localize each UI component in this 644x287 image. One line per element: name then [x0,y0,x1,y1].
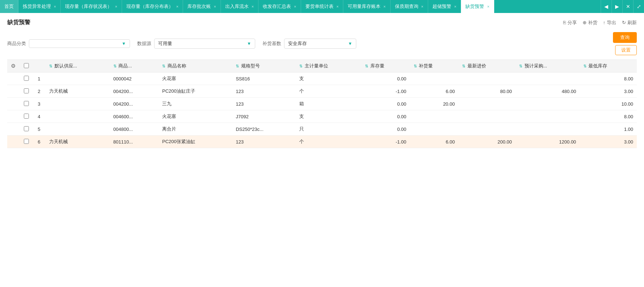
row-checkbox-0[interactable] [24,76,29,81]
replenish-action[interactable]: ⊕ 补货 [583,19,597,26]
cell-checkbox [20,72,32,85]
category-select[interactable]: ▼ [29,39,130,48]
nav-tab-close-1[interactable]: × [54,4,56,9]
nav-tab-label-8: 可用量库存账本 [348,3,380,10]
cell-gear [7,72,20,85]
refresh-label: 刷新 [627,19,637,26]
nav-tab-close-7[interactable]: × [336,4,339,9]
export-label: 导出 [607,19,616,26]
col-spec: ⇅ 规格型号 [232,60,296,72]
col-seq [32,60,45,72]
cell-stock: 0.00 [361,72,410,85]
nav-prev-btn[interactable]: ◀ [601,0,612,13]
nav-tab-5[interactable]: 出入库流水× [221,0,258,13]
nav-close-btn[interactable]: ✕ [622,0,633,13]
row-checkbox-3[interactable] [24,114,29,119]
col-default-supplier: ⇅ 默认供应... [45,60,110,72]
row-checkbox-1[interactable] [24,88,29,93]
replenish-base-filter-group: 补货基数 安全库存 ▼ [262,39,356,49]
cell-estimated: 480.00 [515,85,580,98]
row-checkbox-5[interactable] [24,139,29,144]
col-stock: ⇅ 库存量 [361,60,410,72]
nav-tab-close-10[interactable]: × [454,4,456,9]
cell-seq: 2 [32,85,45,98]
cell-replenish: 6.00 [410,85,458,98]
nav-tab-0[interactable]: 首页 [0,0,18,13]
refresh-icon: ↻ [622,20,626,25]
settings-button[interactable]: 设置 [615,45,637,55]
cell-checkbox [20,110,32,123]
cell-price [458,123,515,136]
replenish-base-arrow: ▼ [348,41,352,46]
table-row: 6力天机械801110...PC200张紧油缸123个-1.006.00200.… [7,136,637,148]
nav-tab-7[interactable]: 要货单统计表× [301,0,343,13]
cell-replenish: 6.00 [410,136,458,148]
cell-minstock: 10.00 [580,98,637,110]
nav-tab-8[interactable]: 可用量库存账本× [343,0,390,13]
nav-tab-2[interactable]: 现存量（库存状况表）× [61,0,122,13]
nav-tabs: 首页拣货异常处理×现存量（库存状况表）×现存量（库存分布表）×库存批次账×出入库… [0,0,494,13]
col-unit: ⇅ 主计量单位 [296,60,361,72]
col-name-label: 商品名称 [167,63,186,69]
cell-supplier [45,72,110,85]
cell-code: 004800... [110,123,158,136]
cell-seq: 5 [32,123,45,136]
cell-estimated: 1200.00 [515,136,580,148]
datasource-select[interactable]: 可用量 ▼ [154,39,255,49]
nav-tab-close-8[interactable]: × [383,4,386,9]
nav-tab-label-5: 出入库流水 [225,3,249,10]
cell-estimated [515,98,580,110]
nav-tab-11[interactable]: 缺货预警× [461,0,494,13]
cell-gear [7,136,20,148]
cell-checkbox [20,136,32,148]
nav-tab-10[interactable]: 超储预警× [428,0,461,13]
cell-minstock: 3.00 [580,85,637,98]
nav-tab-close-5[interactable]: × [252,4,254,9]
cell-name: PC200油缸庄子 [158,85,232,98]
cell-gear [7,123,20,136]
top-nav: 首页拣货异常处理×现存量（库存状况表）×现存量（库存分布表）×库存批次账×出入库… [0,0,644,13]
cell-minstock: 8.00 [580,110,637,123]
nav-tab-close-11[interactable]: × [487,4,489,9]
cell-name: 火花塞 [158,110,232,123]
row-checkbox-2[interactable] [24,101,29,106]
nav-tab-3[interactable]: 现存量（库存分布表）× [122,0,183,13]
row-checkbox-4[interactable] [24,126,29,131]
cell-code: 004200... [110,98,158,110]
sort-icon-unit: ⇅ [299,64,303,68]
data-table: ⚙ ⇅ 默认供应... ⇅ 商品... ⇅ 商品名称 [7,59,637,148]
nav-tab-close-2[interactable]: × [115,4,117,9]
refresh-action[interactable]: ↻ 刷新 [622,19,637,26]
nav-tab-close-4[interactable]: × [214,4,216,9]
col-latest-price: ⇅ 最新进价 [458,60,515,72]
export-action[interactable]: ↑ 导出 [603,19,617,26]
col-stock-label: 库存量 [370,63,384,69]
cell-unit: 支 [296,110,361,123]
nav-tab-close-9[interactable]: × [421,4,423,9]
gear-button[interactable]: ⚙ [11,63,16,69]
col-minstock-label: 最低库存 [588,63,607,69]
select-all-checkbox[interactable] [24,63,29,68]
nav-tab-close-6[interactable]: × [294,4,296,9]
cell-spec: SS816 [232,72,296,85]
nav-tab-1[interactable]: 拣货异常处理× [18,0,61,13]
cell-stock: 0.00 [361,110,410,123]
nav-tab-label-0: 首页 [4,3,14,10]
nav-tab-4[interactable]: 库存批次账× [183,0,221,13]
nav-tab-6[interactable]: 收发存汇总表× [258,0,301,13]
nav-tab-9[interactable]: 保质期查询× [391,0,428,13]
cell-supplier [45,98,110,110]
nav-tab-label-3: 现存量（库存分布表） [126,3,173,10]
share-action[interactable]: ⎘ 分享 [563,19,577,26]
nav-tab-close-3[interactable]: × [176,4,178,9]
sort-icon-replenish: ⇅ [414,64,417,68]
nav-next-btn[interactable]: ▶ [612,0,622,13]
cell-spec: J7092 [232,110,296,123]
cell-seq: 1 [32,72,45,85]
replenish-icon: ⊕ [583,20,587,25]
nav-expand-btn[interactable]: ⤢ [633,0,644,13]
cell-replenish [410,123,458,136]
cell-price [458,72,515,85]
query-button[interactable]: 查询 [613,32,637,43]
replenish-base-select[interactable]: 安全库存 ▼ [284,39,356,49]
